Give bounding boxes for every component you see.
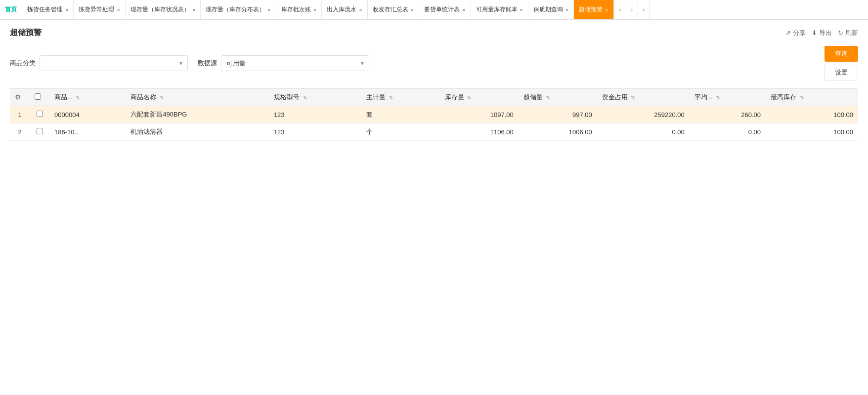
sort-icon: ⇅: [800, 95, 804, 100]
col-maxstock-header[interactable]: 最高库存 ⇅: [766, 89, 858, 106]
row-code-cell: 0000004: [49, 106, 126, 123]
row-overstock-cell: 997.00: [519, 106, 597, 123]
nav-tab-overstock[interactable]: 超储预警 ×: [574, 0, 613, 20]
col-code-label: 商品...: [54, 93, 73, 101]
query-button[interactable]: 查询: [825, 46, 858, 62]
row-name-cell: 六配套新昌490BPG: [126, 106, 269, 123]
category-filter: 商品分类 ▼: [10, 55, 188, 71]
nav-prev-arrow[interactable]: ‹: [614, 0, 626, 20]
sort-icon: ⇅: [76, 95, 80, 100]
page-content: 超储预警 ⇗ 分享 ⬇ 导出 ↻ 刷新 商品分类 ▼: [0, 20, 868, 395]
row-capital-cell: 259220.00: [597, 106, 690, 123]
nav-tab-exception[interactable]: 拣货异常处理 ×: [74, 0, 125, 20]
category-select[interactable]: [40, 55, 188, 71]
nav-tab-order[interactable]: 要货单统计表 ×: [419, 0, 471, 20]
row-capital-cell: 0.00: [597, 123, 690, 141]
col-code-header[interactable]: 商品... ⇅: [49, 89, 126, 106]
table-header: ⚙ 商品... ⇅ 商品名称 ⇅ 规格型号 ⇅ 主计量: [10, 89, 858, 106]
category-select-wrapper: ▼: [40, 55, 188, 71]
share-icon: ⇗: [785, 29, 791, 37]
close-icon[interactable]: ×: [359, 7, 362, 13]
sort-icon: ⇅: [467, 95, 471, 100]
close-icon[interactable]: ×: [605, 7, 608, 13]
nav-tab-available-label: 可用量库存账本: [476, 5, 518, 14]
sort-icon: ⇅: [631, 95, 635, 100]
row-spec-cell: 123: [269, 106, 361, 123]
gear-icon[interactable]: ⚙: [15, 93, 21, 101]
close-icon[interactable]: ×: [65, 7, 68, 13]
col-checkbox-header[interactable]: [30, 89, 49, 106]
nav-tab-inventory1-label: 现存量（库存状况表）: [130, 5, 190, 14]
row-maxstock-cell: 100.00: [766, 106, 858, 123]
close-icon[interactable]: ×: [565, 7, 568, 13]
nav-tab-home-label: 首页: [5, 5, 17, 14]
nav-tab-summary[interactable]: 收发存汇总表 ×: [368, 0, 419, 20]
row-checkbox[interactable]: [37, 111, 43, 117]
settings-button[interactable]: 设置: [825, 65, 858, 80]
col-settings-header[interactable]: ⚙: [10, 89, 30, 106]
table-body: 1 0000004 六配套新昌490BPG 123 套 1097.00 997.…: [10, 106, 858, 141]
row-checkbox-cell[interactable]: [30, 123, 49, 141]
col-unit-header[interactable]: 主计量 ⇅: [361, 89, 440, 106]
nav-tab-available[interactable]: 可用量库存账本 ×: [471, 0, 528, 20]
nav-tab-home[interactable]: 首页: [0, 0, 22, 20]
nav-tab-expiry-label: 保质期查询: [533, 5, 563, 14]
col-capital-header[interactable]: 资金占用 ⇅: [597, 89, 690, 106]
close-icon[interactable]: ×: [520, 7, 523, 13]
close-icon[interactable]: ×: [313, 7, 316, 13]
col-name-header[interactable]: 商品名称 ⇅: [126, 89, 269, 106]
header-actions: ⇗ 分享 ⬇ 导出 ↻ 刷新: [785, 29, 858, 38]
row-maxstock-cell: 100.00: [766, 123, 858, 141]
sort-icon: ⇅: [716, 95, 720, 100]
col-stock-label: 库存量: [445, 93, 464, 101]
nav-more-arrow[interactable]: ›: [638, 0, 650, 20]
row-stock-cell: 1097.00: [440, 106, 519, 123]
row-avg-cell: 0.00: [690, 123, 766, 141]
close-icon[interactable]: ×: [462, 7, 465, 13]
sort-icon: ⇅: [303, 95, 307, 100]
close-icon[interactable]: ×: [117, 7, 120, 13]
col-spec-label: 规格型号: [274, 93, 300, 101]
col-capital-label: 资金占用: [602, 93, 628, 101]
select-all-checkbox[interactable]: [35, 93, 41, 100]
category-filter-label: 商品分类: [10, 59, 36, 68]
filter-buttons: 查询 设置: [825, 46, 858, 80]
col-maxstock-label: 最高库存: [771, 93, 796, 101]
col-spec-header[interactable]: 规格型号 ⇅: [269, 89, 361, 106]
page-title: 超储预警: [10, 28, 42, 38]
refresh-icon: ↻: [838, 29, 843, 37]
nav-tab-expiry[interactable]: 保质期查询 ×: [528, 0, 574, 20]
sort-icon: ⇅: [546, 95, 550, 100]
col-overstock-header[interactable]: 超储量 ⇅: [519, 89, 597, 106]
nav-tab-batch[interactable]: 库存批次账 ×: [276, 0, 322, 20]
nav-tab-inventory2[interactable]: 现存量（库存分布表） ×: [201, 0, 276, 20]
row-checkbox[interactable]: [37, 128, 43, 134]
datasource-select[interactable]: 可用量: [221, 55, 369, 71]
close-icon[interactable]: ×: [411, 7, 414, 13]
export-icon: ⬇: [812, 29, 817, 37]
row-spec-cell: 123: [269, 123, 361, 141]
nav-tab-inventory2-label: 现存量（库存分布表）: [206, 5, 265, 14]
data-table: ⚙ 商品... ⇅ 商品名称 ⇅ 规格型号 ⇅ 主计量: [10, 88, 858, 141]
nav-tab-flow[interactable]: 出入库流水 ×: [322, 0, 367, 20]
close-icon[interactable]: ×: [192, 7, 195, 13]
col-stock-header[interactable]: 库存量 ⇅: [440, 89, 519, 106]
top-nav: 首页 拣货任务管理 × 拣货异常处理 × 现存量（库存状况表） × 现存量（库存…: [0, 0, 868, 20]
export-label: 导出: [819, 29, 832, 38]
refresh-button[interactable]: ↻ 刷新: [838, 29, 858, 38]
row-avg-cell: 260.00: [690, 106, 766, 123]
col-avg-header[interactable]: 平均... ⇅: [690, 89, 766, 106]
export-button[interactable]: ⬇ 导出: [812, 29, 832, 38]
row-checkbox-cell[interactable]: [30, 106, 49, 123]
col-unit-label: 主计量: [366, 93, 386, 101]
row-stock-cell: 1106.00: [440, 123, 519, 141]
share-button[interactable]: ⇗ 分享: [785, 29, 806, 38]
table-header-row: ⚙ 商品... ⇅ 商品名称 ⇅ 规格型号 ⇅ 主计量: [10, 89, 858, 106]
close-icon[interactable]: ×: [267, 7, 270, 13]
nav-tab-inventory1[interactable]: 现存量（库存状况表） ×: [126, 0, 201, 20]
nav-tab-exception-label: 拣货异常处理: [79, 5, 114, 14]
nav-tab-batch-label: 库存批次账: [281, 5, 311, 14]
nav-tab-task[interactable]: 拣货任务管理 ×: [22, 0, 74, 20]
nav-next-arrow[interactable]: ›: [626, 0, 638, 20]
row-overstock-cell: 1006.00: [519, 123, 597, 141]
